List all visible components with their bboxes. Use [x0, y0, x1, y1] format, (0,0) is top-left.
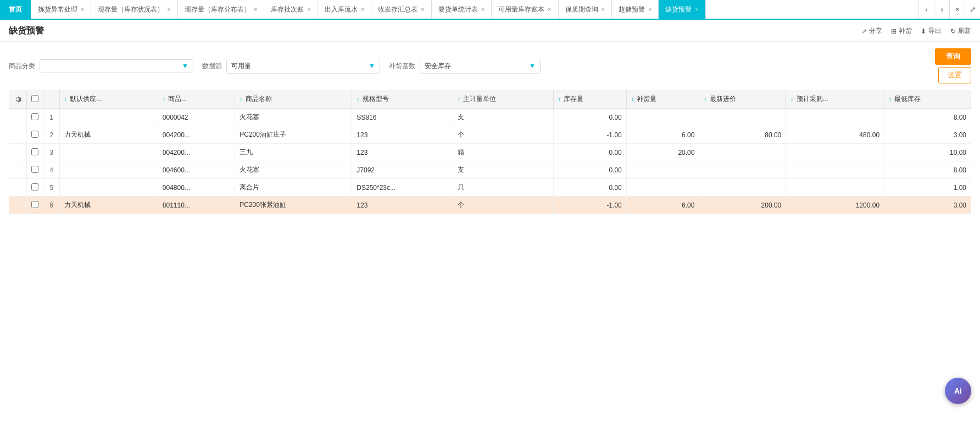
- main-content: 缺货预警 ↗ 分享 ⊞ 补货 ⬇ 导出 ↻ 刷新 商品分类: [0, 20, 980, 437]
- tab-expand-button[interactable]: ⤢: [965, 0, 980, 19]
- replenish-icon: ⊞: [891, 27, 897, 35]
- query-button[interactable]: 查询: [935, 48, 971, 65]
- tab-expiry[interactable]: 保质期查询 ×: [559, 0, 612, 19]
- tab-abnormal-close[interactable]: ×: [81, 6, 84, 13]
- row-product-name: 离合片: [235, 179, 352, 197]
- tab-inventory-dist-close[interactable]: ×: [254, 6, 257, 13]
- sort-code-icon: ↕: [163, 96, 165, 102]
- row-stock: 0.00: [554, 179, 627, 197]
- row-product-code: 801110...: [158, 197, 235, 214]
- tab-overstock[interactable]: 超储预警 ×: [612, 0, 659, 19]
- sort-min-stock-icon: ↕: [889, 96, 892, 102]
- share-button[interactable]: ↗ 分享: [861, 26, 882, 36]
- tab-next-button[interactable]: ›: [934, 0, 949, 19]
- row-unit: 箱: [453, 144, 554, 161]
- row-product-name: 火花塞: [235, 109, 352, 126]
- row-checkbox-cell: [27, 126, 43, 144]
- row-checkbox[interactable]: [31, 201, 38, 208]
- replenish-button[interactable]: ⊞ 补货: [891, 26, 912, 36]
- row-stock: 0.00: [554, 144, 627, 161]
- datasource-select[interactable]: 可用量 ▼: [226, 59, 380, 74]
- tab-overstock-label: 超储预警: [619, 5, 645, 14]
- tab-inventory-status[interactable]: 现存量（库存状况表） ×: [91, 0, 177, 19]
- row-checkbox[interactable]: [31, 183, 38, 191]
- th-product-name: ↕ 商品名称: [235, 90, 352, 109]
- sort-replenish-icon: ↕: [631, 96, 634, 102]
- row-est-purchase: [786, 109, 884, 126]
- select-all-checkbox[interactable]: [31, 95, 38, 102]
- tab-inventory-dist[interactable]: 现存量（库存分布表） ×: [178, 0, 264, 19]
- tab-available[interactable]: 可用量库存账本 ×: [492, 0, 558, 19]
- tab-collect[interactable]: 收发存汇总表 ×: [371, 0, 431, 19]
- ai-button[interactable]: Ai: [945, 378, 971, 404]
- tab-prev-button[interactable]: ‹: [918, 0, 934, 19]
- category-select-arrow-icon: ▼: [182, 62, 188, 70]
- sort-name-icon: ↕: [240, 96, 242, 102]
- tab-inout-close[interactable]: ×: [361, 6, 364, 13]
- row-est-purchase: 480.00: [786, 126, 884, 144]
- row-product-name: PC200张紧油缸: [235, 197, 352, 214]
- tab-inventory-status-close[interactable]: ×: [167, 6, 170, 13]
- tab-demand[interactable]: 要货单统计表 ×: [432, 0, 492, 19]
- tab-inout[interactable]: 出入库流水 ×: [318, 0, 371, 19]
- row-gear-cell: [9, 197, 27, 214]
- row-checkbox[interactable]: [31, 166, 38, 173]
- row-min-stock: 3.00: [884, 197, 971, 214]
- tab-shortage-close[interactable]: ×: [695, 6, 698, 13]
- replenish-select-value: 安全库存: [425, 61, 451, 71]
- tab-home[interactable]: 首页: [0, 0, 31, 19]
- row-gear-cell: [9, 109, 27, 126]
- row-est-purchase: 1200.00: [786, 197, 884, 214]
- tab-batch-close[interactable]: ×: [307, 6, 310, 13]
- gear-icon[interactable]: [13, 95, 22, 104]
- row-checkbox[interactable]: [31, 113, 38, 120]
- row-checkbox[interactable]: [31, 148, 38, 155]
- tab-abnormal[interactable]: 拣货异常处理 ×: [31, 0, 91, 19]
- row-checkbox[interactable]: [31, 131, 38, 138]
- setting-button[interactable]: 设置: [938, 67, 971, 83]
- tab-collect-close[interactable]: ×: [421, 6, 424, 13]
- replenish-label: 补货: [899, 26, 912, 36]
- row-number: 6: [43, 197, 60, 214]
- tab-available-close[interactable]: ×: [548, 6, 551, 13]
- tab-available-label: 可用量库存账本: [498, 5, 544, 14]
- tab-batch[interactable]: 库存批次账 ×: [264, 0, 318, 19]
- tab-close-all-button[interactable]: ×: [949, 0, 965, 19]
- table-row: 5 004800... 离合片 DS250*23c... 只 0.00 1.00: [9, 179, 971, 197]
- category-select[interactable]: ▼: [40, 59, 193, 72]
- category-filter-group: 商品分类 ▼: [9, 59, 193, 72]
- row-checkbox-cell: [27, 179, 43, 197]
- sort-spec-icon: ↕: [357, 96, 359, 102]
- row-default-supplier: 力天机械: [60, 197, 158, 214]
- row-replenish: 6.00: [626, 126, 699, 144]
- th-min-stock: ↕ 最低库存: [884, 90, 971, 109]
- share-label: 分享: [869, 26, 882, 36]
- row-product-code: 004600...: [158, 161, 235, 179]
- row-default-supplier: [60, 179, 158, 197]
- sort-purchase-icon: ↕: [790, 96, 793, 102]
- table-row: 2 力天机械 004200... PC200油缸庄子 123 个 -1.00 6…: [9, 126, 971, 144]
- category-filter-label: 商品分类: [9, 61, 35, 71]
- row-checkbox-cell: [27, 161, 43, 179]
- row-product-code: 004200...: [158, 144, 235, 161]
- tab-overstock-close[interactable]: ×: [648, 6, 652, 13]
- tab-shortage[interactable]: 缺货预警 ×: [659, 0, 705, 19]
- th-est-purchase: ↕ 预计采购...: [786, 90, 884, 109]
- refresh-icon: ↻: [950, 27, 956, 35]
- row-stock: -1.00: [554, 197, 627, 214]
- row-product-code: 004200...: [158, 126, 235, 144]
- row-product-name: PC200油缸庄子: [235, 126, 352, 144]
- row-min-stock: 8.00: [884, 161, 971, 179]
- replenish-select[interactable]: 安全库存 ▼: [420, 59, 541, 74]
- export-button[interactable]: ⬇ 导出: [921, 26, 942, 36]
- row-number: 4: [43, 161, 60, 179]
- th-replenish: ↕ 补货量: [626, 90, 699, 109]
- row-est-purchase: [786, 161, 884, 179]
- refresh-button[interactable]: ↻ 刷新: [950, 26, 971, 36]
- datasource-select-arrow-icon: ▼: [369, 62, 375, 70]
- row-checkbox-cell: [27, 109, 43, 126]
- row-latest-price: [699, 161, 786, 179]
- row-replenish: 6.00: [626, 197, 699, 214]
- tab-demand-close[interactable]: ×: [481, 6, 485, 13]
- tab-expiry-close[interactable]: ×: [602, 6, 605, 13]
